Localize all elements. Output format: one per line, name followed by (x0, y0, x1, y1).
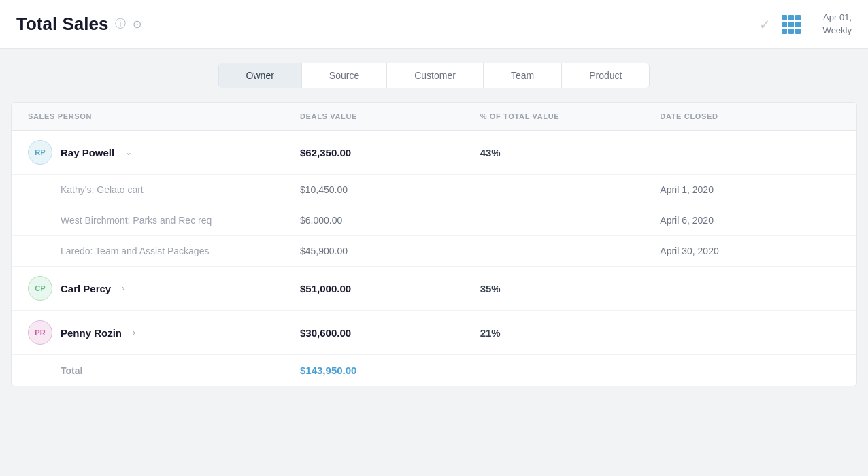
header: Total Sales ⓘ ⊙ ✓ Apr 01, Weekly (0, 0, 868, 49)
date-value: April 6, 2020 (660, 215, 840, 226)
deals-value: $62,350.00 (300, 147, 480, 158)
sub-deal-name: Kathy's: Gelato cart (28, 184, 300, 195)
col-pct-total: % OF TOTAL VALUE (480, 112, 661, 120)
deals-value: $45,900.00 (300, 245, 480, 256)
date-value: April 30, 2020 (660, 245, 840, 256)
avatar: CP (28, 276, 52, 301)
person-cell: PR Penny Rozin › (28, 320, 300, 345)
header-left: Total Sales ⓘ ⊙ (16, 14, 141, 35)
sub-deal-name: Laredo: Team and Assist Packages (28, 245, 300, 256)
person-name: Penny Rozin (61, 327, 122, 339)
help-icon[interactable]: ⊙ (133, 18, 141, 31)
table-row: Total $143,950.00 (12, 355, 856, 386)
table-row: Kathy's: Gelato cart $10,450.00 April 1,… (12, 175, 856, 205)
total-label: Total (28, 365, 300, 376)
header-divider (812, 11, 812, 38)
table-row: Laredo: Team and Assist Packages $45,900… (12, 236, 856, 267)
tabs-container: Owner Source Customer Team Product (218, 63, 650, 88)
tab-customer[interactable]: Customer (387, 63, 484, 88)
deals-value: $30,600.00 (300, 327, 480, 339)
table-row: West Birchmont: Parks and Rec req $6,000… (12, 205, 856, 236)
sub-deal-name: West Birchmont: Parks and Rec req (28, 215, 300, 226)
avatar: RP (28, 140, 52, 165)
grid-view-icon[interactable] (782, 15, 801, 34)
expand-icon[interactable]: › (122, 284, 124, 293)
page-title: Total Sales (16, 14, 108, 35)
tabs-area: Owner Source Customer Team Product (0, 49, 868, 102)
person-cell: RP Ray Powell ⌄ (28, 140, 300, 165)
tab-source[interactable]: Source (302, 63, 387, 88)
check-icon[interactable]: ✓ (759, 16, 771, 33)
col-sales-person: SALES PERSON (28, 112, 300, 120)
date-range-label: Apr 01, Weekly (823, 12, 852, 36)
tab-product[interactable]: Product (562, 63, 649, 88)
total-deals-value: $143,950.00 (300, 364, 480, 376)
table-header: SALES PERSON DEALS VALUE % OF TOTAL VALU… (12, 103, 856, 131)
avatar: PR (28, 320, 52, 345)
collapse-icon[interactable]: ⌄ (125, 148, 132, 157)
table-row: CP Carl Percy › $51,000.00 35% (12, 267, 856, 311)
tab-team[interactable]: Team (484, 63, 562, 88)
person-name: Ray Powell (61, 147, 114, 158)
col-date-closed: DATE CLOSED (660, 112, 840, 120)
pct-value: 35% (480, 283, 661, 294)
table-row: RP Ray Powell ⌄ $62,350.00 43% (12, 131, 856, 175)
table-area: SALES PERSON DEALS VALUE % OF TOTAL VALU… (0, 102, 868, 403)
pct-value: 43% (480, 147, 661, 158)
table-wrapper: SALES PERSON DEALS VALUE % OF TOTAL VALU… (11, 102, 857, 386)
deals-value: $10,450.00 (300, 184, 480, 195)
info-icon[interactable]: ⓘ (115, 17, 126, 31)
expand-icon[interactable]: › (133, 328, 135, 337)
tab-owner[interactable]: Owner (219, 63, 302, 88)
date-value: April 1, 2020 (660, 184, 840, 195)
deals-value: $6,000.00 (300, 215, 480, 226)
pct-value: 21% (480, 327, 661, 339)
table-row: PR Penny Rozin › $30,600.00 21% (12, 311, 856, 355)
person-name: Carl Percy (61, 283, 111, 294)
header-right: ✓ Apr 01, Weekly (759, 11, 852, 38)
deals-value: $51,000.00 (300, 283, 480, 294)
person-cell: CP Carl Percy › (28, 276, 300, 301)
col-deals-value: DEALS VALUE (300, 112, 480, 120)
